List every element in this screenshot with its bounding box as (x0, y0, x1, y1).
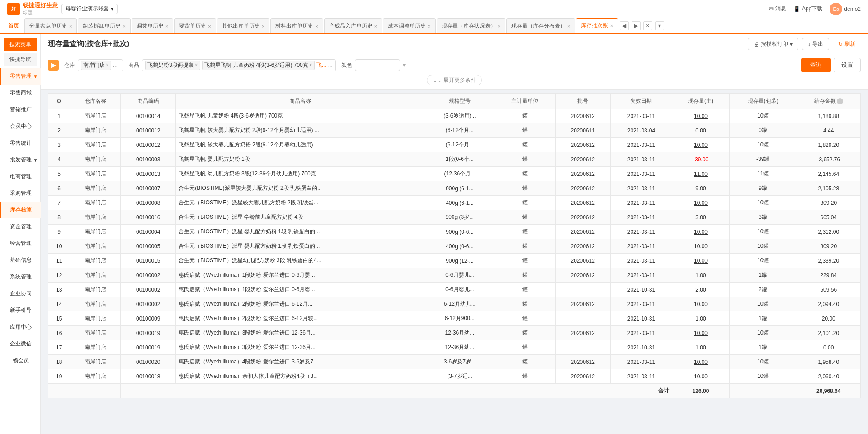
gear-icon[interactable]: ⚙ (57, 98, 61, 104)
close-icon[interactable]: × (610, 23, 613, 28)
expand-more-area: ⌄⌄ 展开更多条件 (48, 75, 861, 85)
content-area: 现存量查询(按仓库+批次) 🖨 按模板打印 ▾ ↓ 导出 ↻ 刷新 (41, 34, 868, 434)
qty-main-cell[interactable]: 1.00 (672, 311, 730, 326)
sidebar-item-member[interactable]: 会员中心 (0, 118, 41, 135)
print-btn[interactable]: 🖨 按模板打印 ▾ (748, 38, 798, 50)
sidebar-item-inventory[interactable]: 库存核算 (0, 202, 41, 218)
chevron-down-icon[interactable]: ▾ (403, 62, 406, 68)
qty-main-cell[interactable]: 1.00 (672, 340, 730, 355)
qty-main-cell[interactable]: 10.00 (672, 326, 730, 340)
tab-fen-pan[interactable]: 分量盘点单历史 × (24, 18, 77, 33)
close-icon[interactable]: × (315, 24, 318, 29)
close-icon[interactable]: × (374, 24, 377, 29)
sidebar-item-changyuan[interactable]: 畅会员 (0, 352, 41, 369)
qty-pkg-cell: 10罐 (729, 369, 797, 384)
qty-main-cell[interactable]: 10.00 (672, 355, 730, 369)
tab-cai-liao[interactable]: 材料出库单历史 × (270, 18, 323, 33)
close-icon[interactable]: × (262, 24, 264, 29)
tab-nav-prev[interactable]: ◀ (620, 21, 629, 30)
sidebar-nav-btn[interactable]: 快捷导航 (4, 53, 37, 66)
tab-chan-pin[interactable]: 产成品入库单历史 × (324, 18, 382, 33)
qty-main-cell[interactable]: 3.00 (672, 210, 730, 225)
qty-main-cell[interactable]: 10.00 (672, 369, 730, 384)
amount-cell: 665.04 (797, 210, 860, 225)
sidebar-item-wholesale[interactable]: 批发管理▼ (0, 151, 41, 168)
product-input[interactable]: 飞鹤奶粉3段两提装 × 飞鹤星飞帆 儿童奶粉 4段(3-6岁适用) 700克 ×… (142, 59, 336, 71)
filter-more-icon[interactable]: ... (328, 62, 333, 68)
qty-main-cell[interactable]: 11.00 (672, 167, 730, 181)
filter-expand-btn[interactable]: ▶ (48, 60, 59, 71)
qty-main-cell[interactable]: 10.00 (672, 239, 730, 254)
product-name-cell: 合生元（BIOSTIME）派星 学龄前儿童配方奶粉 4段 (176, 210, 425, 225)
sidebar-item-retail[interactable]: 零售管理▼ (0, 68, 41, 85)
tab-zu-chai[interactable]: 组装拆卸单历史 × (78, 18, 130, 33)
tab-diao-bo[interactable]: 调拨单历史 × (132, 18, 173, 33)
qty-main-cell[interactable]: 2.00 (672, 283, 730, 297)
product-name-cell: 合生元（BIOSTIME）派星 婴儿配方奶粉 1段 乳铁蛋白的... (176, 239, 425, 254)
qty-main-cell[interactable]: -39.00 (672, 152, 730, 167)
info-icon[interactable]: i (837, 98, 843, 104)
remove-product2-icon[interactable]: × (309, 62, 312, 68)
user-area[interactable]: Ea demo2 (830, 3, 861, 15)
close-icon[interactable]: × (428, 24, 430, 29)
col-gear[interactable]: ⚙ (48, 94, 70, 109)
warehouse-input[interactable]: 南岸门店 × ... (78, 59, 123, 71)
sidebar: 搜索英单 快捷导航 零售管理▼ 零售商城 营销推广 会员中心 零售统计 批发管理… (0, 34, 41, 434)
sidebar-search-btn[interactable]: 搜索英单 (4, 38, 37, 51)
tab-xian-cun-kucun[interactable]: 现存量（库存状况表） × (437, 18, 505, 33)
sidebar-item-finance[interactable]: 资金管理 (0, 218, 41, 235)
sidebar-item-marketing[interactable]: 营销推广 (0, 101, 41, 118)
close-icon[interactable]: × (498, 24, 500, 29)
remove-warehouse-icon[interactable]: × (106, 62, 109, 68)
tab-home[interactable]: 首页 (4, 18, 24, 33)
amount-cell: 2,339.20 (797, 254, 860, 268)
industry-select[interactable]: 母婴行业演示账套 ▾ (61, 4, 118, 14)
qty-main-cell[interactable]: 9.00 (672, 181, 730, 196)
query-btn[interactable]: 查询 (801, 58, 831, 72)
sidebar-item-operation[interactable]: 经营管理 (0, 235, 41, 252)
col-expire: 失效日期 (610, 94, 672, 109)
qty-main-cell[interactable]: 10.00 (672, 138, 730, 152)
export-btn[interactable]: ↓ 导出 (802, 38, 829, 50)
close-icon[interactable]: × (69, 24, 72, 29)
qty-main-cell[interactable]: 10.00 (672, 297, 730, 311)
close-icon[interactable]: × (123, 24, 125, 29)
sidebar-item-apps[interactable]: 应用中心 (0, 319, 41, 335)
sidebar-item-company[interactable]: 企业协同 (0, 285, 41, 302)
tab-cheng-ben[interactable]: 成本调整单历史 × (383, 18, 435, 33)
sidebar-item-basic[interactable]: 基础信息 (0, 252, 41, 269)
qty-main-cell[interactable]: 10.00 (672, 254, 730, 268)
expand-more-btn[interactable]: ⌄⌄ 展开更多条件 (427, 75, 482, 85)
qty-main-cell[interactable]: 10.00 (672, 196, 730, 210)
tab-ku-pi-ci[interactable]: 库存批次账 × (576, 18, 618, 33)
sidebar-item-shop[interactable]: 零售商城 (0, 85, 41, 101)
sidebar-item-wechat[interactable]: 企业微信 (0, 335, 41, 352)
filter-more-icon[interactable]: ... (113, 62, 118, 68)
product-name-cell: 飞鹤星飞帆 较大婴儿配方奶粉 2段(6-12个月婴幼儿适用) ... (176, 138, 425, 152)
tab-xian-cun-fenpei[interactable]: 现存量（库存分布表） × (506, 18, 575, 33)
message-btn[interactable]: ✉ 消息 (769, 5, 786, 13)
filter-area: ▶ 仓库 南岸门店 × ... 商品 飞鹤奶粉3段 (41, 54, 868, 90)
tab-nav-next[interactable]: ▶ (632, 21, 641, 30)
tab-qi-ta[interactable]: 其他出库单历史 × (217, 18, 269, 33)
sidebar-item-ecommerce[interactable]: 电商管理 (0, 168, 41, 185)
close-icon[interactable]: × (567, 24, 570, 29)
sidebar-item-guide[interactable]: 新手引导 (0, 302, 41, 319)
tab-menu-btn[interactable]: ▾ (655, 21, 664, 30)
qty-main-cell[interactable]: 1.00 (672, 268, 730, 283)
qty-main-cell[interactable]: 0.00 (672, 123, 730, 138)
sidebar-item-stat[interactable]: 零售统计 (0, 135, 41, 151)
qty-main-cell[interactable]: 10.00 (672, 109, 730, 123)
remove-product1-icon[interactable]: × (195, 62, 198, 68)
close-icon[interactable]: × (165, 24, 168, 29)
tab-yao-huo[interactable]: 要货单历史 × (174, 18, 216, 33)
tab-close-btn[interactable]: × (643, 21, 652, 30)
refresh-btn[interactable]: ↻ 刷新 (833, 38, 861, 50)
qty-main-cell[interactable]: 10.00 (672, 225, 730, 239)
color-input[interactable] (355, 59, 400, 71)
sidebar-item-system[interactable]: 系统管理 (0, 269, 41, 285)
close-icon[interactable]: × (208, 24, 211, 29)
app-download-btn[interactable]: 📱 App下载 (793, 5, 822, 13)
sidebar-item-purchase[interactable]: 采购管理 (0, 185, 41, 202)
setting-btn[interactable]: 设置 (834, 58, 861, 72)
